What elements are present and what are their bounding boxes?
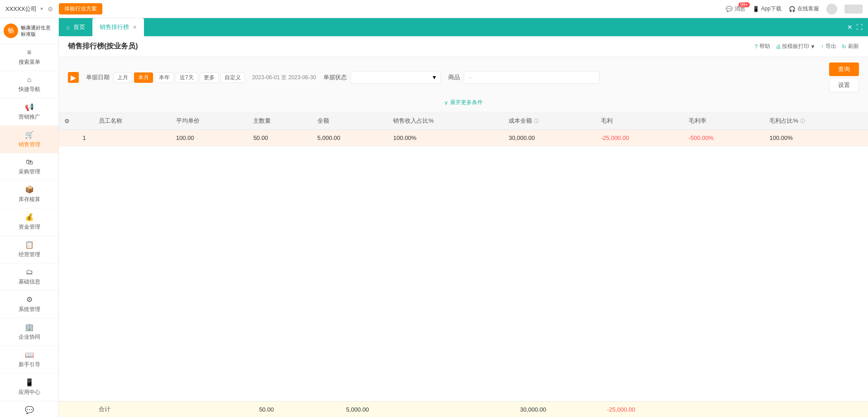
sidebar-item-enterprise-wechat[interactable]: 💬 企业微信 xyxy=(0,401,58,417)
export-label: 导出 xyxy=(825,43,836,50)
enterprise-collab-icon: 🏢 xyxy=(25,323,34,331)
sidebar-label-quick-nav: 快捷导航 xyxy=(19,86,40,93)
date-btn-custom[interactable]: 自定义 xyxy=(221,72,245,83)
ranking-table: ⚙ 员工名称 平均单价 主数量 全额 销售收入占比% 成本全额 ⓘ 毛利 xyxy=(59,112,868,146)
filter-expand-arrow[interactable]: ▶ xyxy=(68,72,79,83)
tab-home[interactable]: ⌂ 首页 xyxy=(59,18,92,36)
row-gross-profit-cell: -25,000.00 xyxy=(595,130,683,146)
date-btn-7days[interactable]: 近7天 xyxy=(176,72,198,83)
help-button[interactable]: ? 帮助 xyxy=(754,43,770,50)
date-btn-last-month[interactable]: 上月 xyxy=(113,72,132,83)
goods-placeholder: ··· xyxy=(468,74,472,81)
filter-status: 单据状态 ▼ xyxy=(323,71,441,84)
search-order-icon: ≡ xyxy=(27,48,31,57)
sidebar-item-beginner[interactable]: 📖 新手引导 xyxy=(0,346,58,374)
status-select[interactable]: ▼ xyxy=(350,71,441,84)
col-header-main-qty: 主数量 xyxy=(248,112,312,130)
goods-input[interactable]: ··· xyxy=(464,71,599,84)
refresh-button[interactable]: ↻ 刷新 xyxy=(842,43,859,50)
purchase-icon: 🛍 xyxy=(26,158,33,166)
message-button[interactable]: 💬 消息 99+ xyxy=(726,5,745,13)
print-chevron-icon: ▼ xyxy=(810,43,815,50)
footer-main-qty: 50.00 xyxy=(254,406,340,413)
sidebar-label-inventory: 库存核算 xyxy=(19,196,40,203)
logo-icon: 畅 xyxy=(4,24,18,38)
export-button[interactable]: ↑ 导出 xyxy=(821,43,836,50)
query-button[interactable]: 查询 xyxy=(829,62,859,76)
username xyxy=(844,5,863,14)
row-employee-cell xyxy=(93,130,171,146)
date-btn-more[interactable]: 更多 xyxy=(200,72,219,83)
print-icon: 🖨 xyxy=(776,43,781,50)
inventory-icon: 📦 xyxy=(25,185,34,194)
tab-close-all-icon[interactable]: ✕ xyxy=(847,24,853,31)
sidebar-item-basic-info[interactable]: 🗂 基础信息 xyxy=(0,264,58,291)
online-service-button[interactable]: 🎧 在线客服 xyxy=(789,5,819,13)
goods-filter-label: 商品 xyxy=(448,73,460,81)
footer-total-label: 合计 xyxy=(99,405,167,413)
date-btn-this-month[interactable]: 本月 xyxy=(134,72,153,83)
system-icon: ⚙ xyxy=(26,295,33,304)
tab-bar: ⌂ 首页 销售排行榜 ✕ ✕ ⛶ xyxy=(59,18,868,36)
sidebar-item-marketing[interactable]: 📢 营销推广 xyxy=(0,98,58,126)
company-selector[interactable]: XXXXX公司 ▼ xyxy=(5,5,44,13)
content-area: ⌂ 首页 销售排行榜 ✕ ✕ ⛶ 销售排行榜(按业务员) ? 帮助 xyxy=(59,18,868,417)
table-row: 1 100.00 50.00 5,000.00 100.00% 30,000.0… xyxy=(59,130,868,146)
sidebar-logo: 畅 畅康通好生意 标准版 xyxy=(0,18,58,44)
cost-info-icon[interactable]: ⓘ xyxy=(534,118,539,124)
tab-close-icon[interactable]: ✕ xyxy=(133,24,137,30)
sidebar-item-purchase[interactable]: 🛍 采购管理 xyxy=(0,153,58,181)
gear-icon[interactable]: ⚙ xyxy=(48,5,53,13)
app-center-icon: 📱 xyxy=(25,378,34,387)
avatar[interactable] xyxy=(826,4,837,14)
trial-button[interactable]: 体验行业方案 xyxy=(59,3,102,14)
table-settings-button[interactable]: 设置 xyxy=(829,78,859,92)
column-settings-icon[interactable]: ⚙ xyxy=(64,118,70,125)
sidebar-item-enterprise-collab[interactable]: 🏢 企业协同 xyxy=(0,318,58,346)
query-area: 查询 设置 xyxy=(829,62,859,92)
filter-area: ▶ 单据日期 上月 本月 本年 近7天 更多 自定义 2023-06 xyxy=(59,57,868,112)
print-button[interactable]: 🖨 按模板打印 ▼ xyxy=(776,43,815,50)
refresh-icon: ↻ xyxy=(842,43,846,50)
gross-pct-info-icon[interactable]: ⓘ xyxy=(800,118,805,124)
status-chevron-icon: ▼ xyxy=(432,74,437,81)
sidebar-label-beginner: 新手引导 xyxy=(19,361,40,369)
sidebar-item-quick-nav[interactable]: ⌂ 快捷导航 xyxy=(0,71,58,98)
sidebar-item-app-center[interactable]: 📱 应用中心 xyxy=(0,374,58,401)
table-header-row: ⚙ 员工名称 平均单价 主数量 全额 销售收入占比% 成本全额 ⓘ 毛利 xyxy=(59,112,868,130)
page-content: 销售排行榜(按业务员) ? 帮助 🖨 按模板打印 ▼ ↑ 导出 xyxy=(59,36,868,417)
filter-row-1: ▶ 单据日期 上月 本月 本年 近7天 更多 自定义 2023-06 xyxy=(68,62,859,92)
tab-expand-icon[interactable]: ⛶ xyxy=(856,24,863,31)
beginner-icon: 📖 xyxy=(25,350,34,359)
phone-icon: 📱 xyxy=(753,6,759,12)
sidebar-item-sales[interactable]: 🛒 销售管理 xyxy=(0,126,58,153)
expand-more-button[interactable]: ∨ 展开更多条件 xyxy=(444,99,483,106)
basic-info-icon: 🗂 xyxy=(26,268,33,276)
headset-icon: 🎧 xyxy=(789,6,796,12)
sidebar: 畅 畅康通好生意 标准版 ≡ 搜索菜单 ⌂ 快捷导航 📢 营销推广 🛒 销售管理… xyxy=(0,18,59,417)
page-header: 销售排行榜(按业务员) ? 帮助 🖨 按模板打印 ▼ ↑ 导出 xyxy=(59,36,868,57)
sidebar-label-operation: 经营管理 xyxy=(19,251,40,259)
app-download-button[interactable]: 📱 App下载 xyxy=(753,5,782,13)
finance-icon: 💰 xyxy=(25,213,34,221)
sidebar-item-search-order[interactable]: ≡ 搜索菜单 xyxy=(0,44,58,71)
sidebar-item-system[interactable]: ⚙ 系统管理 xyxy=(0,291,58,318)
filter-date: 单据日期 上月 本月 本年 近7天 更多 自定义 xyxy=(86,72,245,83)
chevron-down-icon: ▼ xyxy=(39,6,44,11)
logo-text: 畅康通好生意 标准版 xyxy=(21,24,51,38)
table-area: ⚙ 员工名称 平均单价 主数量 全额 销售收入占比% 成本全额 ⓘ 毛利 xyxy=(59,112,868,401)
row-sales-pct-cell: 100.00% xyxy=(388,130,503,146)
col-header-sales-pct: 销售收入占比% xyxy=(388,112,503,130)
sidebar-item-inventory[interactable]: 📦 库存核算 xyxy=(0,181,58,208)
date-btn-this-year[interactable]: 本年 xyxy=(155,72,174,83)
sidebar-item-finance[interactable]: 💰 资金管理 xyxy=(0,208,58,236)
sidebar-label-finance: 资金管理 xyxy=(19,223,40,231)
tab-sales-ranking[interactable]: 销售排行榜 ✕ xyxy=(92,18,144,36)
sidebar-item-operation[interactable]: 📋 经营管理 xyxy=(0,236,58,264)
row-main-qty-cell: 50.00 xyxy=(248,130,312,146)
footer-amount: 5,000.00 xyxy=(340,406,427,413)
marketing-icon: 📢 xyxy=(25,103,34,111)
sidebar-label-app-center: 应用中心 xyxy=(19,388,40,396)
sidebar-label-system: 系统管理 xyxy=(19,306,40,313)
chevron-down-more-icon: ∨ xyxy=(444,100,448,106)
